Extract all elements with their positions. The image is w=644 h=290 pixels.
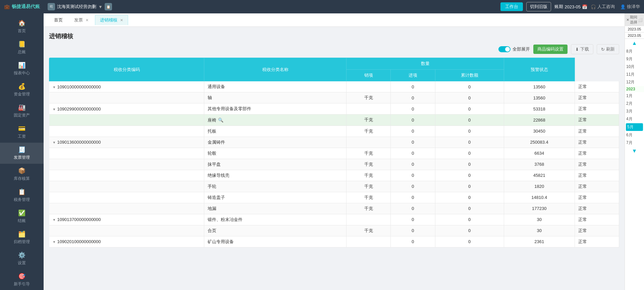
period-month-item[interactable]: 10月 <box>625 63 644 71</box>
table-row: 地漏千克00177230正常 <box>49 203 619 214</box>
logo-text: 畅捷通易代账 <box>12 4 40 10</box>
expand-all-toggle[interactable]: 全部展开 <box>498 46 530 52</box>
expand-icon[interactable]: ▼ <box>53 107 56 111</box>
refresh-icon: ↻ <box>601 47 605 52</box>
service-button[interactable]: 🎧 人工咨询 <box>591 4 615 10</box>
table-row: 合页千克0030正常 <box>49 225 619 236</box>
sidebar-item-archive[interactable]: 🗂️ 归档管理 <box>0 227 44 248</box>
period-month-item[interactable]: 4月 <box>625 115 644 123</box>
sidebar-label-reports: 报表中心 <box>14 70 30 76</box>
th-sales: 销项 <box>346 70 391 81</box>
sidebar-item-inventory[interactable]: 📦 库存核算 <box>0 164 44 185</box>
table-row: 绝缘导线壳千克0045821正常 <box>49 170 619 181</box>
expand-toggle-switch[interactable] <box>498 46 511 52</box>
sidebar-item-guide[interactable]: 🎯 新手引导 <box>0 269 44 290</box>
service-label: 人工咨询 <box>597 4 615 10</box>
table-row: 轮毂千克006634正常 <box>49 148 619 159</box>
sidebar-label-settlement: 结账 <box>18 218 26 224</box>
sidebar-item-reports[interactable]: 📊 报表中心 <box>0 58 44 79</box>
sidebar-item-settings[interactable]: ⚙️ 设置 <box>0 248 44 269</box>
toggle-slider <box>498 46 511 52</box>
expand-icon[interactable]: ▼ <box>53 85 56 89</box>
period-month-active[interactable]: 5月 <box>626 123 643 131</box>
guide-icon: 🎯 <box>18 273 25 280</box>
table-row: ▼109020100000000000矿山专用设备002361正常 <box>49 236 619 247</box>
expand-icon[interactable]: ▼ <box>53 218 56 222</box>
period-month-item[interactable]: 2023 <box>625 86 644 92</box>
period-month-item[interactable]: 3月 <box>625 107 644 115</box>
period-month-item[interactable]: 2月 <box>625 100 644 107</box>
sidebar-item-salary[interactable]: 💳 工资 <box>0 122 44 143</box>
headset-icon: 🎧 <box>591 4 596 9</box>
th-quantity: 数量 <box>346 58 504 70</box>
switch-version-button[interactable]: 切到旧版 <box>526 2 551 11</box>
user-menu[interactable]: 👤 徐泽华 <box>620 4 640 10</box>
table-row: ▼109013600000000000金属铸件00250083.4正常 <box>49 137 619 148</box>
topbar-right: 🎧 人工咨询 👤 徐泽华 <box>591 4 640 10</box>
period-month-item[interactable]: 12月 <box>625 78 644 86</box>
workbench-button[interactable]: 工作台 <box>500 2 523 11</box>
topbar: 💼 畅捷通易代账 司 沈海英测试经营勿删 ▼ 📋 工作台 切到旧版 账期 202… <box>0 0 644 13</box>
period-month-item[interactable]: 8月 <box>625 48 644 55</box>
logo-icon: 💼 <box>4 4 10 9</box>
table-row: 轴千克0013560正常 <box>49 92 619 103</box>
sidebar-item-ledger[interactable]: 📒 总账 <box>0 37 44 58</box>
period-year-display2: 2023.05 <box>625 32 644 39</box>
calendar-icon[interactable]: 📅 <box>582 4 587 9</box>
th-warning: 预警状态 <box>504 58 575 81</box>
sidebar-item-tax[interactable]: 📋 税务管理 <box>0 185 44 206</box>
sidebar-label-archive: 归档管理 <box>14 239 30 245</box>
sidebar-item-invoice[interactable]: 🧾 发票管理 <box>0 143 44 164</box>
download-icon: ⬇ <box>575 47 579 52</box>
table-row: 抹平盘千克003768正常 <box>49 159 619 170</box>
tab-home-label: 首页 <box>54 17 63 23</box>
tab-invoice-close[interactable]: ✕ <box>86 18 89 22</box>
sidebar-item-settlement[interactable]: ✅ 结账 <box>0 206 44 227</box>
table-row: 托板千克0030450正常 <box>49 126 619 137</box>
home-icon: 🏠 <box>18 19 25 27</box>
archive-icon: 🗂️ <box>18 230 25 238</box>
sidebar: 🏠 首页 📒 总账 📊 报表中心 💰 资金管理 🏭 固定资产 💳 工资 🧾 发票… <box>0 13 44 290</box>
right-panel-area: ✕ 期间选择 ⬜ 2023.05 2023.05 ▲ 8月9月10月11月12月… <box>625 13 644 290</box>
tab-invoice[interactable]: 发票 ✕ <box>69 15 94 25</box>
company-selector[interactable]: 司 沈海英测试经营勿删 ▼ 📋 <box>48 3 497 10</box>
refresh-label: 刷新 <box>606 46 615 52</box>
tab-reconciliation-close[interactable]: ✕ <box>120 18 123 22</box>
period-nav-up[interactable]: ▲ <box>625 39 644 48</box>
refresh-button[interactable]: ↻ 刷新 <box>597 44 619 54</box>
download-label: 下载 <box>580 46 589 52</box>
period-month-item[interactable]: 9月 <box>625 55 644 63</box>
table-row: 手轮千克001820正常 <box>49 181 619 192</box>
company-name: 沈海英测试经营勿删 <box>57 4 96 10</box>
period-month-item[interactable]: 11月 <box>625 71 644 78</box>
main-layout: 🏠 首页 📒 总账 📊 报表中心 💰 资金管理 🏭 固定资产 💳 工资 🧾 发票… <box>0 13 644 290</box>
expand-icon[interactable]: ▼ <box>53 240 56 244</box>
table-row: 座椅 🔍千克0022868正常 <box>49 115 619 126</box>
search-icon[interactable]: 🔍 <box>218 117 224 123</box>
expand-icon[interactable]: ▼ <box>53 141 56 144</box>
period-panel-expand[interactable]: ⬜ <box>638 18 643 22</box>
user-icon: 👤 <box>620 4 626 9</box>
sidebar-item-home[interactable]: 🏠 首页 <box>0 16 44 37</box>
sidebar-item-fixed-assets[interactable]: 🏭 固定资产 <box>0 100 44 122</box>
period-nav-down[interactable]: ▼ <box>625 147 644 155</box>
reports-icon: 📊 <box>18 62 25 69</box>
expand-all-label: 全部展开 <box>513 46 530 52</box>
topbar-actions: 工作台 切到旧版 账期 2023-05 📅 <box>500 2 587 11</box>
period-month-item[interactable]: 1月 <box>625 92 644 100</box>
company-archive-icon[interactable]: 📋 <box>105 3 112 10</box>
tab-invoice-label: 发票 <box>74 17 83 23</box>
company-icon[interactable]: 司 <box>48 3 55 10</box>
th-purchase: 进项 <box>391 70 435 81</box>
table-row: ▼109013700000000000锻件、粉末冶金件0030正常 <box>49 214 619 225</box>
period-panel-close[interactable]: ✕ <box>626 18 629 22</box>
tab-home[interactable]: 首页 <box>49 15 68 25</box>
period-month-item[interactable]: 7月 <box>625 139 644 147</box>
product-code-button[interactable]: 商品编码设置 <box>533 45 568 54</box>
tab-reconciliation[interactable]: 进销稽核 ✕ <box>95 15 128 25</box>
company-arrow-icon[interactable]: ▼ <box>98 4 103 9</box>
sidebar-item-funds[interactable]: 💰 资金管理 <box>0 79 44 100</box>
period-month-item[interactable]: 6月 <box>625 131 644 139</box>
sidebar-label-fixed-assets: 固定资产 <box>14 113 30 118</box>
download-button[interactable]: ⬇ 下载 <box>571 44 593 54</box>
